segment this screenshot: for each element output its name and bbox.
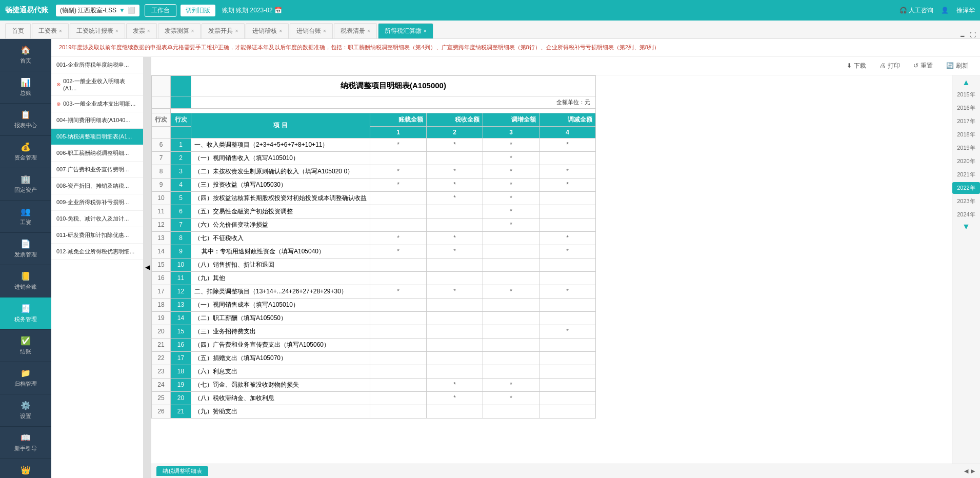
sidebar-item-archive[interactable]: 📁 归档管理 [0, 362, 51, 394]
home-icon: 🏠 [21, 45, 31, 55]
tab-purchase-audit[interactable]: 进销稽核 × [246, 23, 289, 38]
collapse-handle[interactable]: ◀ [144, 57, 151, 478]
table-area: 纳税调整项目明细表(A105000) 全额单位：元 [151, 75, 980, 464]
left-panel-item-009[interactable]: 009-企业所得税弥补亏损明... [51, 194, 143, 211]
sidebar-item-invoice-mgmt[interactable]: 📄 发票管理 [0, 233, 51, 265]
reset-icon: ↺ [913, 62, 918, 69]
sidebar-item-guide[interactable]: 📖 新手引导 [0, 427, 51, 459]
close-icon[interactable]: × [424, 28, 427, 34]
print-icon: 🖨 [879, 62, 886, 69]
scroll-right-icon[interactable]: ▶ [971, 468, 975, 474]
year-down-icon[interactable]: ▼ [962, 222, 970, 231]
company-selector[interactable]: (物副) 江西股室-LSS ▼ ⬜ [56, 5, 139, 16]
year-2016[interactable]: 2016年 [952, 102, 980, 114]
left-panel-item-006[interactable]: 006-职工薪酬纳税调整明细... [51, 145, 143, 162]
purchase-icon: 📒 [21, 271, 31, 281]
close-icon[interactable]: × [323, 28, 326, 34]
maximize-icon[interactable]: ⛶ [970, 31, 976, 38]
sidebar-item-member[interactable]: 👑 畅会员 [0, 459, 51, 478]
tab-invoice[interactable]: 发票 × [126, 23, 157, 38]
year-2023[interactable]: 2023年 [952, 195, 980, 207]
year-2022[interactable]: 2022年 [952, 182, 980, 194]
table-row: 9 4 （三）投资收益（填写A105030） * * * * [152, 178, 596, 191]
nav-tabs: 首页 工资表 × 工资统计报表 × 发票 × 发票测算 × 发票开具 × 进销稽… [0, 21, 980, 39]
col-header-item: 项 目 [191, 113, 370, 138]
tab-payroll[interactable]: 工资表 × [32, 23, 69, 38]
sidebar-item-report[interactable]: 📋 报表中心 [0, 104, 51, 136]
tab-purchase-ledger[interactable]: 进销台账 × [290, 23, 333, 38]
reset-button[interactable]: ↺ 重置 [909, 60, 937, 72]
username[interactable]: 徐泽华 [956, 6, 975, 15]
year-2020[interactable]: 2020年 [952, 155, 980, 167]
sidebar-item-home[interactable]: 🏠 首页 [0, 39, 51, 71]
unit-label: 全额单位：元 [191, 96, 596, 108]
col-header-c1: 账载全额 [370, 113, 427, 126]
minimize-icon[interactable]: 🗕 [959, 31, 966, 38]
close-icon[interactable]: × [235, 28, 238, 34]
col-hang-2 [171, 96, 191, 108]
table-row: 11 6 （五）交易性金融资产初始投资调整 * [152, 205, 596, 218]
table-row: 7 2 （一）视同销售收入（填写A105010） * [152, 151, 596, 165]
ledger-icon: 📊 [21, 77, 31, 87]
table-row: 22 17 （五）捐赠支出（填写A105070） [152, 351, 596, 365]
tab-home[interactable]: 首页 [5, 23, 31, 38]
close-icon[interactable]: × [59, 28, 62, 34]
scroll-left-icon[interactable]: ◀ [964, 468, 968, 474]
tab-income-tax[interactable]: 所得税汇算缴 × [378, 23, 433, 39]
download-button[interactable]: ⬇ 下载 [843, 60, 870, 72]
workbench-button[interactable]: 工作台 [145, 4, 176, 17]
sidebar-item-tax[interactable]: 🧾 税务管理 [0, 297, 51, 330]
left-panel-item-004[interactable]: 004-期间费用明细表(A1040... [51, 112, 143, 129]
sidebar-item-assets[interactable]: 🏢 固定资产 [0, 168, 51, 201]
close-icon[interactable]: × [279, 28, 282, 34]
refresh-button[interactable]: 🔄 刷新 [942, 60, 972, 72]
left-panel-item-011[interactable]: 011-研发费用加计扣除优惠... [51, 227, 143, 244]
close-icon[interactable]: × [147, 28, 150, 34]
close-icon[interactable]: × [115, 28, 118, 34]
right-section: ⬇ 下载 🖨 打印 ↺ 重置 🔄 刷新 [151, 57, 980, 478]
collapse-icon: ◀ [145, 264, 150, 271]
left-panel-item-012[interactable]: 012-减免企业所得税优惠明细... [51, 244, 143, 260]
table-row: 26 21 （九）赞助支出 [152, 405, 596, 418]
main-layout: 🏠 首页 📊 总账 📋 报表中心 💰 资金管理 🏢 固定资产 👥 工资 📄 发票… [0, 39, 980, 478]
sidebar-item-funds[interactable]: 💰 资金管理 [0, 136, 51, 168]
col-header-c4: 调减全额 [539, 113, 596, 126]
left-panel-item-008[interactable]: 008-资产折旧、摊销及纳税... [51, 178, 143, 194]
close-icon[interactable]: × [191, 28, 194, 34]
left-panel-item-005[interactable]: 005-纳税调整项目明细表(A1... [51, 129, 143, 145]
spreadsheet[interactable]: 纳税调整项目明细表(A105000) 全额单位：元 [151, 75, 952, 464]
table-row: 25 20 （八）税收滞纳金、加收利息 * * [152, 391, 596, 405]
year-2018[interactable]: 2018年 [952, 129, 980, 141]
left-panel-item-007[interactable]: 007-广告费和业务宣传费明... [51, 162, 143, 178]
year-2017[interactable]: 2017年 [952, 115, 980, 127]
sidebar-item-ledger[interactable]: 📊 总账 [0, 71, 51, 104]
year-2019[interactable]: 2019年 [952, 142, 980, 154]
sidebar-item-settings[interactable]: ⚙️ 设置 [0, 394, 51, 427]
year-2024[interactable]: 2024年 [952, 209, 980, 221]
left-panel-item-001[interactable]: 001-企业所得税年度纳税申... [51, 57, 143, 73]
tab-invoice-issue[interactable]: 发票开具 × [202, 23, 245, 38]
row-num-empty [152, 75, 171, 96]
sheet-tab[interactable]: 纳税调整明细表 [156, 466, 208, 476]
sidebar-item-purchase[interactable]: 📒 进销台账 [0, 265, 51, 297]
tab-tax-list[interactable]: 税表清册 × [334, 23, 377, 38]
tab-payroll-report[interactable]: 工资统计报表 × [70, 23, 125, 38]
assets-icon: 🏢 [21, 174, 31, 184]
print-button[interactable]: 🖨 打印 [875, 60, 904, 72]
col-header-rownum: 行次 [152, 113, 171, 126]
tab-invoice-calc[interactable]: 发票测算 × [158, 23, 201, 38]
year-2015[interactable]: 2015年 [952, 89, 980, 101]
left-panel-item-002[interactable]: ⊗ 002-一般企业收入明细表(A1... [51, 73, 143, 96]
table-row: 20 15 （三）业务招待费支出 * [152, 325, 596, 338]
left-panel-item-003[interactable]: ⊗ 003-一般企业成本支出明细... [51, 96, 143, 112]
sidebar-item-payroll[interactable]: 👥 工资 [0, 201, 51, 233]
close-icon[interactable]: × [367, 28, 370, 34]
sidebar-item-close-account[interactable]: ✅ 结账 [0, 330, 51, 362]
year-up-icon[interactable]: ▲ [962, 78, 970, 87]
support-link[interactable]: 🎧 人工咨询 [899, 6, 933, 15]
switch-button[interactable]: 切到旧版 [181, 5, 215, 16]
refresh-icon: 🔄 [946, 62, 954, 69]
year-2021[interactable]: 2021年 [952, 169, 980, 181]
guide-icon: 📖 [21, 433, 31, 443]
left-panel-item-010[interactable]: 010-免税、减计收入及加计... [51, 211, 143, 227]
